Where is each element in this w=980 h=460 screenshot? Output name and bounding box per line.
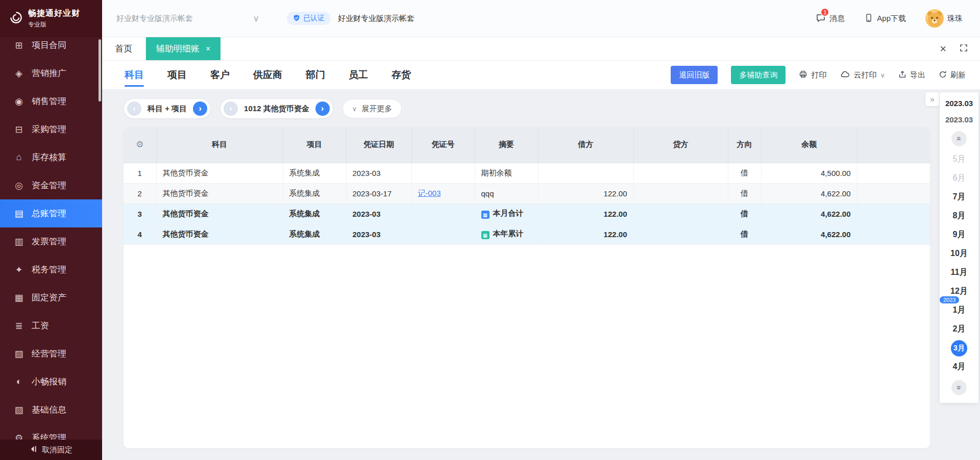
prev-arrow-icon[interactable]: ‹ (224, 101, 238, 116)
month-item[interactable]: 9月 (940, 225, 978, 244)
month-item[interactable]: 11月 (940, 263, 978, 282)
sidebar-item-label: 库存核算 (32, 151, 66, 163)
sidebar-item-icon: ▧ (13, 348, 24, 360)
period-current[interactable]: 2023.03 (945, 95, 973, 111)
scroll-down-button[interactable]: » (951, 380, 967, 395)
month-item[interactable]: 4月 (940, 357, 978, 376)
fullscreen-icon[interactable] (960, 44, 968, 54)
next-arrow-icon[interactable]: › (193, 101, 207, 116)
month-item[interactable]: 5月 (940, 150, 978, 169)
column-header[interactable]: 凭证号 (411, 127, 475, 163)
column-header[interactable]: 余额 (761, 127, 857, 163)
tab-home[interactable]: 首页 (102, 37, 146, 60)
dimension-tab[interactable]: 员工 (348, 61, 369, 89)
tab-assist-detail-ledger[interactable]: 辅助明细账 × (146, 37, 220, 60)
dimension-tab[interactable]: 部门 (305, 61, 326, 89)
gear-icon[interactable]: ⚙ (136, 140, 143, 149)
sidebar-item[interactable]: ▥ 发票管理 (0, 227, 102, 255)
cell-credit (633, 203, 728, 224)
month-item[interactable]: 7月 (940, 188, 978, 207)
account-filter-pill[interactable]: ‹ 1012 其他货币资金 › (220, 98, 333, 119)
sidebar-item[interactable]: ▦ 固定资产 (0, 284, 102, 312)
voucher-link[interactable]: 记-003 (418, 189, 441, 197)
column-header[interactable]: 贷方 (633, 127, 728, 163)
user-menu[interactable]: 珠珠 (925, 9, 963, 28)
table-row[interactable]: 3 其他货币资金 系统集成 2023-03 ▦本月合计 122.00 借 4,6… (124, 203, 930, 224)
toolbar: 科目 项目 客户 供应商 部门 员工 (102, 61, 980, 89)
sidebar-item[interactable]: ◈ 营销推广 (0, 59, 102, 87)
dimension-tab[interactable]: 供应商 (252, 61, 283, 89)
sidebar-item[interactable]: ◉ 销售管理 (0, 87, 102, 115)
month-item[interactable]: 8月 (940, 207, 978, 225)
export-button[interactable]: 导出 (898, 70, 925, 80)
sidebar-item[interactable]: ⊟ 采购管理 (0, 115, 102, 143)
sidebar-item[interactable]: ⌂ 库存核算 (0, 143, 102, 171)
sidebar-item[interactable]: ◎ 资金管理 (0, 171, 102, 199)
table-row[interactable]: 1 其他货币资金 系统集成 2023-03 ▦期初余额 借 4,500.00 (124, 163, 930, 183)
column-header[interactable]: 凭证日期 (346, 127, 411, 163)
dimension-tab[interactable]: 客户 (209, 61, 231, 89)
month-item[interactable]: 6月 (940, 169, 978, 188)
refresh-icon (939, 70, 947, 80)
collapse-date-panel-button[interactable]: » (925, 92, 939, 106)
tab-close-icon[interactable]: × (206, 45, 210, 53)
column-header[interactable]: 摘要 (475, 127, 538, 163)
column-settings: ⚙ (124, 127, 156, 163)
month-label: 8月 (953, 211, 966, 221)
logo-subtitle: 专业版 (28, 20, 80, 29)
sidebar: ⊞ 项目合同 ◈ 营销推广 ◉ 销售管理 ⊟ 采购管理 (0, 37, 102, 460)
sidebar-item[interactable]: ⊞ 项目合同 (0, 37, 102, 59)
app-download-button[interactable]: App下载 (864, 13, 906, 24)
cell-debit: 122.00 (538, 183, 633, 203)
column-header[interactable]: 科目 (156, 127, 283, 163)
sidebar-item-icon: ▦ (13, 292, 24, 303)
cloud-print-button[interactable]: 云打印 ∨ (840, 70, 885, 80)
close-icon[interactable]: × (940, 43, 946, 55)
dimension-tab[interactable]: 项目 (166, 61, 188, 89)
sidebar-item[interactable]: ▧ 经营管理 (0, 340, 102, 368)
next-arrow-icon[interactable]: › (315, 101, 330, 116)
table-row[interactable]: 2 其他货币资金 系统集成 2023-03-17 记-003 ▦qqq 122.… (124, 183, 930, 203)
print-button[interactable]: 打印 (799, 70, 826, 80)
month-list: 5月 6月 7月 8月 9月 (940, 150, 978, 376)
sidebar-item-icon: ⌂ (13, 152, 24, 163)
multi-assist-query-button[interactable]: 多辅助查询 (731, 66, 786, 84)
cell-voucher-no: 记-003 (411, 183, 475, 203)
month-item[interactable]: 2月 (940, 320, 978, 339)
cell-credit (633, 163, 728, 183)
back-old-version-button[interactable]: 退回旧版 (671, 66, 718, 84)
cell-balance: 4,500.00 (761, 163, 857, 183)
ledger-table-card: ⚙ 科目 项目 凭证日期 凭证号 摘要 借方 (124, 127, 930, 448)
workspace-selector[interactable]: 好业财专业版演示帐套 ∨ (111, 9, 264, 28)
dimension-tab[interactable]: 科目 (124, 61, 145, 89)
refresh-button[interactable]: 刷新 (939, 70, 966, 80)
month-item[interactable]: 2023 1月 (940, 301, 978, 320)
sidebar-item[interactable]: ✦ 税务管理 (0, 255, 102, 284)
scroll-up-button[interactable]: « (951, 131, 967, 146)
sidebar-item-label: 税务管理 (32, 264, 66, 275)
unpin-sidebar-button[interactable]: 取消固定 (0, 440, 102, 460)
sidebar-scrollbar[interactable] (99, 39, 101, 101)
messages-button[interactable]: 1 消息 (816, 13, 845, 24)
cell-summary: ▦本年累计 (475, 224, 538, 244)
month-item[interactable]: 3月 (940, 339, 978, 357)
prev-arrow-icon[interactable]: ‹ (127, 101, 141, 116)
cell-index: 2 (124, 183, 156, 203)
column-header[interactable]: 项目 (283, 127, 346, 163)
dimension-filter-pill[interactable]: ‹ 科目 + 项目 › (124, 98, 211, 119)
month-item[interactable]: 10月 (940, 244, 978, 263)
month-label: 5月 (953, 154, 966, 165)
sidebar-item[interactable]: ◐ 小畅报销 (0, 368, 102, 396)
messages-label: 消息 (829, 14, 845, 23)
double-right-icon: » (930, 95, 935, 104)
sidebar-item[interactable]: ▨ 基础信息 (0, 396, 102, 424)
dimension-tab[interactable]: 存货 (390, 61, 412, 89)
period-selected[interactable]: 2023.03 (945, 111, 973, 127)
expand-more-button[interactable]: ∨ 展开更多 (342, 99, 402, 118)
cell-direction: 借 (728, 163, 761, 183)
sidebar-item[interactable]: ≣ 工资 (0, 312, 102, 340)
table-row[interactable]: 4 其他货币资金 系统集成 2023-03 ▦本年累计 122.00 借 4,6… (124, 224, 930, 244)
sidebar-item[interactable]: ▤ 总账管理 (0, 199, 102, 227)
column-header[interactable]: 方向 (728, 127, 761, 163)
column-header[interactable]: 借方 (538, 127, 633, 163)
